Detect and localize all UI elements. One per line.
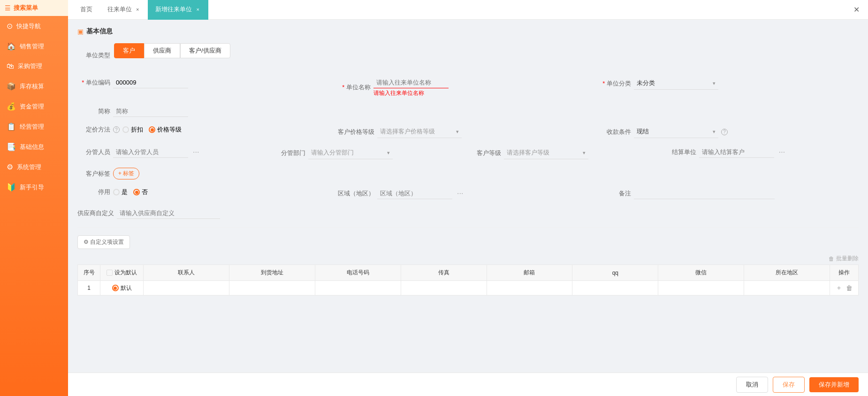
unit-category-select[interactable]: 未分类 ▾ [634,77,718,90]
sidebar-item-purchase[interactable]: 🛍 采购管理 [0,56,68,76]
customer-level-select[interactable]: 请选择客户等级 ▾ [504,147,588,159]
sidebar-search-label: 搜索菜单 [14,4,38,12]
disabled-no-radio[interactable]: 否 [133,188,148,196]
unit-name-group: 单位名称 请输入往来单位名称 [338,77,598,97]
save-button[interactable]: 保存 [773,377,805,393]
department-select[interactable]: 请输入分管部门 ▾ [308,147,393,159]
tab-counterparty[interactable]: 往来单位 × [100,0,148,20]
sidebar-item-quick-nav[interactable]: ⊙ 快捷导航 [0,16,68,36]
unit-code-input[interactable] [113,77,188,88]
cell-address[interactable] [229,281,315,295]
settlement-label: 结算单位 [663,148,696,156]
sidebar-item-system[interactable]: ⚙ 系统管理 [0,157,68,177]
window-close-button[interactable]: ✕ [850,3,863,16]
cell-actions: ＋ 🗑 [830,281,858,295]
col-region: 所在地区 [744,265,830,281]
phone-input[interactable] [320,285,396,291]
chevron-down-icon-5: ▾ [583,150,586,156]
add-tag-button[interactable]: + 标签 [113,168,139,179]
customer-price-label: 客户价格等级 [338,128,374,136]
customer-level-label: 客户等级 [468,149,501,157]
disabled-no-label: 否 [142,188,148,196]
disabled-yes-radio[interactable]: 是 [113,188,128,196]
pricing-help-icon[interactable]: ? [113,126,120,133]
sidebar-item-label: 新手引导 [20,183,44,192]
type-supplier-button[interactable]: 供应商 [144,43,180,58]
select-all-checkbox[interactable] [107,270,113,276]
sidebar-item-beginner[interactable]: 🔰 新手引导 [0,177,68,197]
col-fax: 传真 [401,265,487,281]
sidebar-item-label: 资金管理 [20,102,44,111]
abbr-input[interactable] [113,106,188,117]
remark-input[interactable] [634,188,775,199]
tab-counterparty-close[interactable]: × [135,6,140,13]
manager-more-icon[interactable]: ··· [191,148,201,156]
save-new-button[interactable]: 保存并新增 [809,377,859,392]
type-both-button[interactable]: 客户/供应商 [180,43,230,58]
unit-category-label: 单位分类 [598,79,631,88]
customer-price-select[interactable]: 请选择客户价格等级 ▾ [377,125,462,138]
row-default-radio[interactable] [112,285,119,291]
cell-wechat[interactable] [658,281,744,295]
col-actions: 操作 [830,265,858,281]
manager-label: 分管人员 [77,148,110,156]
cell-contact[interactable] [144,281,229,295]
customer-tag-group: 客户标签 + 标签 [77,168,859,179]
tab-home[interactable]: 首页 [73,0,100,20]
supplier-custom-input[interactable] [117,208,220,219]
basic-info-icon: 📑 [7,142,16,151]
region-more-icon[interactable]: ··· [455,189,465,198]
payment-terms-label: 收款条件 [598,128,631,136]
section-header: ▣ 基本信息 [77,27,859,36]
sidebar-item-finance[interactable]: 💰 资金管理 [0,96,68,116]
settlement-input[interactable] [699,147,774,158]
cell-fax[interactable] [401,281,487,295]
sidebar-search[interactable]: ☰ 搜索菜单 [0,0,68,16]
cell-seq: 1 [78,281,100,295]
sidebar-item-basic-info[interactable]: 📑 基础信息 [0,137,68,157]
add-row-button[interactable]: ＋ [836,284,842,292]
chevron-down-icon-4: ▾ [387,150,390,156]
content-area: ▣ 基本信息 单位类型 客户 供应商 客户/供应商 单位编码 单位名称 请输入往… [68,20,868,373]
cell-region[interactable] [744,281,830,295]
wechat-input[interactable] [663,285,739,291]
form-row-6: 停用 是 否 区域（地区） ··· [77,188,859,199]
pricing-price-level-radio[interactable]: 价格等级 [149,125,182,134]
payment-terms-select[interactable]: 现结 ▾ [634,125,718,138]
region-input[interactable] [377,188,452,199]
fax-input[interactable] [406,285,482,291]
cell-qq[interactable] [572,281,658,295]
qq-input[interactable] [577,285,653,291]
footer: 取消 保存 保存并新增 [68,373,868,396]
sidebar-item-inventory[interactable]: 📦 库存核算 [0,76,68,96]
cell-email[interactable] [487,281,572,295]
unit-name-error: 请输入往来单位名称 [373,89,449,97]
payment-terms-group: 收款条件 现结 ▾ ? [598,125,859,138]
email-input[interactable] [492,285,568,291]
address-input[interactable] [234,285,310,291]
cancel-button[interactable]: 取消 [736,377,768,393]
department-placeholder: 请输入分管部门 [311,148,385,157]
sidebar-item-sales[interactable]: 🏠 销售管理 [0,36,68,56]
search-icon: ☰ [5,4,11,12]
delete-row-button[interactable]: 🗑 [846,284,853,292]
manager-input[interactable] [113,147,188,158]
custom-settings-button[interactable]: ⚙ 自定义项设置 [77,235,130,249]
sidebar-item-operations[interactable]: 📋 经营管理 [0,116,68,137]
batch-delete-label[interactable]: 批量删除 [836,255,859,263]
row-region-input[interactable] [749,285,825,291]
disabled-no-circle [133,189,140,195]
tab-new-counterparty[interactable]: 新增往来单位 × [148,0,208,20]
tab-new-counterparty-close[interactable]: × [195,6,200,13]
sidebar-item-label: 库存核算 [20,82,44,91]
settlement-more-icon[interactable]: ··· [777,148,787,156]
type-customer-button[interactable]: 客户 [114,43,144,58]
trash-icon: 🗑 [829,256,834,262]
pricing-price-level-circle [149,126,155,133]
contact-input[interactable] [148,285,224,291]
cell-phone[interactable] [315,281,401,295]
unit-name-input[interactable] [373,77,449,88]
customer-price-group: 客户价格等级 请选择客户价格等级 ▾ [338,125,598,138]
pricing-discount-radio[interactable]: 折扣 [122,125,143,134]
payment-terms-help-icon[interactable]: ? [721,129,728,135]
